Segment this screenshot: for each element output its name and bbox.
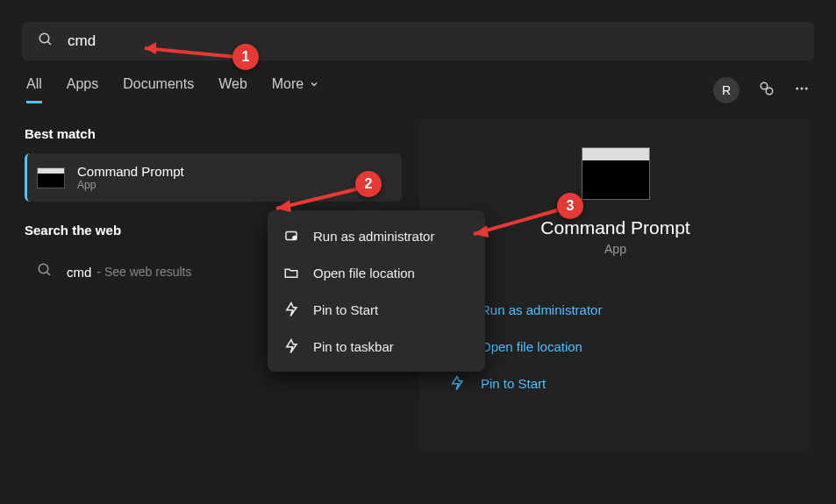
tab-web[interactable]: Web	[218, 76, 247, 103]
annotation-arrow	[132, 39, 246, 66]
best-match-heading: Best match	[25, 126, 402, 141]
chat-icon[interactable]	[759, 81, 775, 100]
action-label: Open file location	[481, 339, 582, 354]
context-label: Run as administrator	[313, 229, 434, 244]
result-subtitle: App	[77, 179, 184, 191]
tab-apps[interactable]: Apps	[67, 76, 98, 103]
svg-point-12	[293, 236, 297, 239]
svg-point-0	[39, 33, 49, 43]
svg-point-6	[805, 87, 808, 89]
web-query: cmd	[67, 265, 91, 280]
search-icon	[37, 262, 53, 281]
svg-point-2	[761, 82, 768, 89]
search-tabs: All Apps Documents Web More R	[0, 60, 836, 103]
action-label: Run as administrator	[481, 302, 602, 317]
user-avatar[interactable]: R	[713, 77, 740, 103]
svg-marker-16	[276, 200, 291, 212]
annotation-3: 3	[557, 193, 583, 219]
action-label: Pin to Start	[481, 376, 546, 391]
action-open-location[interactable]: Open file location	[437, 328, 794, 365]
command-prompt-icon	[582, 147, 650, 200]
more-options-icon[interactable]	[794, 81, 810, 100]
shield-icon	[283, 228, 299, 244]
context-open-location[interactable]: Open file location	[268, 254, 485, 291]
tab-documents[interactable]: Documents	[123, 76, 194, 103]
context-pin-taskbar[interactable]: Pin to taskbar	[268, 328, 485, 365]
pin-icon	[449, 375, 465, 391]
user-initial: R	[722, 83, 731, 97]
context-label: Pin to taskbar	[313, 339, 394, 354]
search-icon	[38, 32, 54, 51]
context-run-admin[interactable]: Run as administrator	[268, 217, 485, 254]
result-title: Command Prompt	[77, 164, 184, 179]
svg-line-1	[47, 41, 51, 45]
tab-more[interactable]: More	[272, 76, 319, 103]
preview-subtitle: App	[437, 242, 794, 256]
svg-point-7	[39, 264, 48, 273]
annotation-2: 2	[355, 171, 382, 197]
action-run-admin[interactable]: Run as administrator	[437, 291, 794, 328]
svg-point-5	[801, 87, 804, 89]
svg-point-4	[796, 87, 798, 89]
context-label: Open file location	[313, 266, 415, 280]
folder-icon	[283, 265, 299, 280]
svg-point-3	[766, 88, 773, 95]
tab-all[interactable]: All	[26, 76, 42, 103]
pin-icon	[283, 302, 299, 317]
context-pin-start[interactable]: Pin to Start	[268, 291, 485, 328]
action-pin-start[interactable]: Pin to Start	[437, 365, 794, 401]
svg-marker-18	[474, 225, 489, 238]
tab-more-label: More	[272, 76, 304, 92]
svg-line-8	[46, 272, 50, 275]
pin-icon	[283, 338, 299, 354]
chevron-down-icon	[309, 79, 319, 89]
annotation-1: 1	[232, 44, 259, 70]
svg-marker-14	[145, 42, 156, 54]
annotation-arrow	[263, 184, 368, 219]
annotation-arrow	[461, 206, 566, 241]
context-label: Pin to Start	[313, 302, 378, 317]
web-hint: - See web results	[96, 265, 191, 279]
context-menu: Run as administrator Open file location …	[268, 210, 485, 372]
command-prompt-icon	[37, 167, 65, 188]
svg-line-13	[145, 48, 237, 57]
